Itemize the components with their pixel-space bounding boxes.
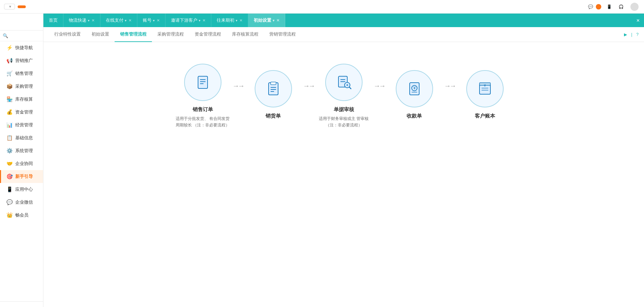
flow-arrow-4: →→ bbox=[444, 82, 455, 110]
sidebar-item-5[interactable]: 💰资金管理 bbox=[0, 106, 43, 119]
sub-tab-0[interactable]: 行业特性设置 bbox=[49, 27, 86, 42]
sidebar-label-2: 销售管理 bbox=[15, 70, 33, 77]
nav-tab-3[interactable]: 账号 ▾ ✕ bbox=[137, 14, 165, 27]
nav-tab-arrow-2: ▾ bbox=[125, 19, 126, 22]
sidebar-label-7: 基础信息 bbox=[15, 135, 33, 141]
flow-arrow-2: →→ bbox=[303, 82, 314, 110]
main-layout: 🔍 ⚡快捷导航📢营销推广🛒销售管理📦采购管理🏪库存核算💰资金管理📊经营管理📋基础… bbox=[0, 14, 644, 307]
flow-desc-0: 适用于分批发货、 有合同发货周期较长 （注：非必要流程） bbox=[176, 116, 230, 128]
sidebar-icon-10: 🎯 bbox=[6, 173, 13, 180]
flow-item-0[interactable]: 销售订单适用于分批发货、 有合同发货周期较长 （注：非必要流程） bbox=[176, 64, 230, 128]
divider: | bbox=[631, 32, 632, 37]
svg-text:¥: ¥ bbox=[413, 86, 416, 90]
flow-item-3[interactable]: ¥ 收款单 bbox=[387, 70, 442, 122]
sub-tabs: 行业特性设置初始设置销售管理流程采购管理流程资金管理流程库存核算流程营销管理流程… bbox=[43, 27, 644, 42]
sidebar-item-10[interactable]: 🎯新手引导 bbox=[0, 170, 43, 183]
sidebar-item-11[interactable]: 📱应用中心 bbox=[0, 183, 43, 196]
nav-tab-arrow-1: ▾ bbox=[88, 19, 90, 22]
sidebar-item-3[interactable]: 📦采购管理 bbox=[0, 80, 43, 93]
nav-tab-label-1: 物流快递 bbox=[69, 17, 86, 23]
sidebar-item-9[interactable]: 🤝企业协同 bbox=[0, 157, 43, 170]
sidebar-logo bbox=[0, 14, 43, 30]
nav-tabs: 首页物流快递 ▾ ✕在线支付 ▾ ✕账号 ▾ ✕邀请下游客户 ▾ ✕往来期初 ▾… bbox=[43, 14, 644, 27]
sidebar-icon-4: 🏪 bbox=[6, 96, 13, 102]
sub-tab-3[interactable]: 采购管理流程 bbox=[152, 27, 189, 42]
flow-label-1: 销货单 bbox=[266, 113, 281, 119]
flow-label-3: 收款单 bbox=[407, 113, 422, 119]
sidebar-label-8: 系统管理 bbox=[15, 148, 33, 154]
flow-item-2[interactable]: 单据审核适用于财务审核或主 管审核 （注：非必要流程） bbox=[317, 64, 371, 128]
avatar bbox=[630, 3, 639, 11]
sub-tabs-left: 行业特性设置初始设置销售管理流程采购管理流程资金管理流程库存核算流程营销管理流程 bbox=[49, 27, 301, 42]
nav-tab-2[interactable]: 在线支付 ▾ ✕ bbox=[100, 14, 137, 27]
sidebar-label-0: 快捷导航 bbox=[15, 45, 33, 51]
user-selector[interactable]: ▼ bbox=[4, 4, 15, 9]
sidebar-icon-5: 💰 bbox=[6, 109, 13, 115]
nav-tab-1[interactable]: 物流快递 ▾ ✕ bbox=[63, 14, 100, 27]
flow-item-1[interactable]: 销货单 bbox=[246, 70, 300, 122]
video-link[interactable]: ▶ bbox=[624, 32, 627, 37]
flow-arrow-3: →→ bbox=[374, 82, 385, 110]
nav-tab-arrow-5: ▾ bbox=[236, 19, 237, 22]
nav-tab-close-1[interactable]: ✕ bbox=[92, 18, 95, 23]
sidebar-item-2[interactable]: 🛒销售管理 bbox=[0, 67, 43, 80]
chevron-down-icon: ▼ bbox=[8, 5, 12, 8]
flow-label-2: 单据审核 bbox=[334, 106, 354, 113]
sub-tab-2[interactable]: 销售管理流程 bbox=[115, 27, 152, 42]
sidebar-label-6: 经营管理 bbox=[15, 122, 33, 128]
help-link[interactable]: ? bbox=[636, 32, 639, 37]
svg-rect-0 bbox=[198, 76, 208, 88]
sub-tabs-right: ▶ | ? bbox=[624, 32, 639, 37]
sidebar-icon-0: ⚡ bbox=[6, 45, 13, 51]
close-all-tabs[interactable]: ✕ bbox=[632, 14, 644, 27]
sub-tab-5[interactable]: 库存核算流程 bbox=[227, 27, 264, 42]
sidebar-search[interactable]: 🔍 bbox=[0, 30, 43, 41]
headset-icon: 🎧 bbox=[619, 4, 624, 9]
nav-tab-4[interactable]: 邀请下游客户 ▾ ✕ bbox=[165, 14, 211, 27]
app-download-item[interactable]: 📱 bbox=[607, 4, 613, 9]
play-icon: ▶ bbox=[624, 32, 627, 37]
flow-desc-2: 适用于财务审核或主 管审核 （注：非必要流程） bbox=[317, 116, 371, 128]
sidebar-item-4[interactable]: 🏪库存核算 bbox=[0, 93, 43, 106]
sidebar-item-6[interactable]: 📊经营管理 bbox=[0, 119, 43, 131]
sub-tab-6[interactable]: 营销管理流程 bbox=[264, 27, 301, 42]
sidebar-icon-2: 🛒 bbox=[6, 70, 13, 77]
sub-tab-4[interactable]: 资金管理流程 bbox=[189, 27, 227, 42]
sidebar: 🔍 ⚡快捷导航📢营销推广🛒销售管理📦采购管理🏪库存核算💰资金管理📊经营管理📋基础… bbox=[0, 14, 43, 307]
message-item[interactable]: 💬 bbox=[588, 4, 601, 9]
sidebar-icon-6: 📊 bbox=[6, 122, 13, 128]
user-avatar-item[interactable] bbox=[630, 3, 640, 11]
online-service-item[interactable]: 🎧 bbox=[619, 4, 625, 9]
nav-tab-5[interactable]: 往来期初 ▾ ✕ bbox=[211, 14, 248, 27]
sidebar-item-8[interactable]: ⚙️系统管理 bbox=[0, 144, 43, 157]
nav-tab-close-5[interactable]: ✕ bbox=[239, 18, 242, 23]
search-icon: 🔍 bbox=[3, 33, 8, 38]
trial-button[interactable] bbox=[18, 5, 26, 8]
sidebar-item-0[interactable]: ⚡快捷导航 bbox=[0, 41, 43, 54]
sidebar-label-5: 资金管理 bbox=[15, 109, 33, 115]
sidebar-label-3: 采购管理 bbox=[15, 83, 33, 89]
top-bar: ▼ 💬 📱 🎧 bbox=[0, 0, 644, 14]
nav-tab-close-6[interactable]: ✕ bbox=[276, 18, 279, 23]
nav-tab-arrow-6: ▾ bbox=[273, 19, 274, 22]
flow-diagram: 销售订单适用于分批发货、 有合同发货周期较长 （注：非必要流程）→→ 销货单→→… bbox=[52, 64, 636, 128]
sub-tab-1[interactable]: 初始设置 bbox=[86, 27, 115, 42]
top-bar-right: 💬 📱 🎧 bbox=[588, 3, 640, 11]
svg-line-13 bbox=[349, 87, 351, 89]
nav-tab-close-4[interactable]: ✕ bbox=[202, 18, 206, 23]
nav-tab-close-2[interactable]: ✕ bbox=[129, 18, 132, 23]
content-area: 首页物流快递 ▾ ✕在线支付 ▾ ✕账号 ▾ ✕邀请下游客户 ▾ ✕往来期初 ▾… bbox=[43, 14, 644, 307]
nav-tab-close-3[interactable]: ✕ bbox=[157, 18, 160, 23]
sidebar-item-1[interactable]: 📢营销推广 bbox=[0, 54, 43, 67]
nav-tab-6[interactable]: 初始设置 ▾ ✕ bbox=[248, 14, 285, 27]
nav-tab-label-3: 账号 bbox=[143, 17, 152, 23]
sidebar-item-7[interactable]: 📋基础信息 bbox=[0, 131, 43, 144]
sidebar-icon-8: ⚙️ bbox=[6, 148, 13, 154]
sidebar-icon-12: 💬 bbox=[6, 199, 13, 205]
sidebar-item-12[interactable]: 💬企业微信 bbox=[0, 196, 43, 209]
sidebar-nav: ⚡快捷导航📢营销推广🛒销售管理📦采购管理🏪库存核算💰资金管理📊经营管理📋基础信息… bbox=[0, 41, 43, 301]
sidebar-item-13[interactable]: 👑畅会员 bbox=[0, 209, 43, 222]
flow-circle-0 bbox=[184, 64, 221, 101]
nav-tab-0[interactable]: 首页 bbox=[43, 14, 63, 27]
flow-item-4[interactable]: ¥ 客户账本 bbox=[458, 70, 512, 122]
